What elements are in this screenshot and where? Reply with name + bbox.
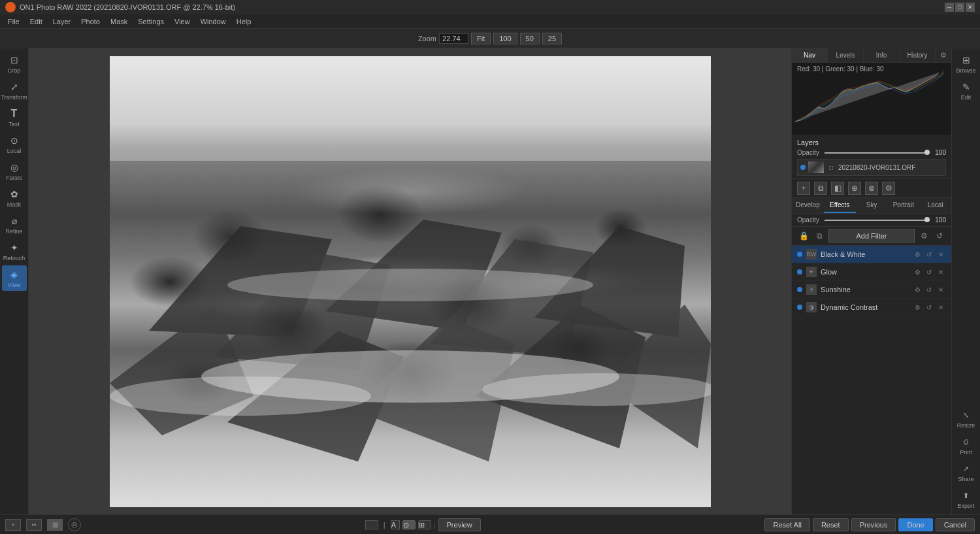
filter-settings-dynamic-contrast[interactable]: ⚙ [912,302,923,312]
filter-name-sunshine: Sunshine [821,286,912,293]
layer-opt2-button[interactable]: ⊗ [865,182,878,195]
filter-dynamic-contrast[interactable]: ◑ Dynamic Contrast ⚙ ↺ ✕ [792,299,951,316]
svg-rect-0 [110,56,711,161]
tool-export[interactable]: ⬆ Export [954,486,979,512]
fit-button[interactable]: Fit [471,33,491,44]
add-filter-button[interactable]: Add Filter [828,229,915,242]
filter-undo-sunshine[interactable]: ↺ [924,284,934,295]
browse-label: Browse [956,67,975,74]
retouch-icon: ✦ [8,241,21,254]
menu-item-settings[interactable]: Settings [133,16,169,27]
layer-visibility-icon[interactable]: □ [826,163,836,172]
tool-mask[interactable]: ✿ Mask [2,185,27,210]
canvas-area[interactable] [29,48,791,514]
tab-portrait[interactable]: Portrait [887,198,919,213]
zoom100-button[interactable]: 100 [493,33,517,44]
view-split-button[interactable]: ▪▪ [26,519,42,531]
layer-row[interactable]: □ 20210820-IVOR0131.ORF [797,159,946,176]
tool-text[interactable]: T Text [2,105,27,130]
reset-all-button[interactable]: Reset All [764,518,809,531]
filter-actions-black-white: ⚙ ↺ ✕ [912,249,946,259]
filter-close-glow[interactable]: ✕ [936,267,946,277]
tool-browse[interactable]: ⊞ Browse [954,51,979,76]
tool-faces[interactable]: ◎ Faces [2,158,27,184]
filter-sunshine[interactable]: ☀ Sunshine ⚙ ↺ ✕ [792,281,951,299]
focus-button[interactable]: ◎ [68,518,81,531]
close-button[interactable]: ✕ [966,3,975,12]
window-controls[interactable]: ─ □ ✕ [945,3,975,12]
effects-opacity-fill [825,220,930,221]
menu-item-file[interactable]: File [3,16,25,27]
tool-view[interactable]: ◈ View [2,265,27,291]
tab-levels[interactable]: Levels [828,48,864,62]
stamp-icon[interactable]: ⊙ [402,520,416,529]
tab-effects[interactable]: Effects [824,198,856,213]
view-multi-button[interactable]: ▦ [47,519,63,531]
zoom50-button[interactable]: 50 [520,33,540,44]
menu-item-photo[interactable]: Photo [76,16,105,27]
tab-develop[interactable]: Develop [792,198,824,213]
filter-dot-glow [797,269,802,275]
layers-opacity-value: 100 [935,149,946,156]
align-icon[interactable]: A [391,520,400,529]
menu-item-mask[interactable]: Mask [105,16,133,27]
tool-local[interactable]: ⊙ Local [2,131,27,157]
tool-edit[interactable]: ✎ Edit [954,78,979,103]
tab-local[interactable]: Local [919,198,951,213]
right-icons-panel: ⊞ Browse ✎ Edit ⤡ Resize ⎙ Print ↗ Share… [951,48,980,514]
tab-sky[interactable]: Sky [856,198,888,213]
tool-resize[interactable]: ⤡ Resize [954,406,979,431]
effects-lock-icon[interactable]: 🔒 [797,229,810,242]
add-filter-settings-icon[interactable]: ⚙ [917,229,930,242]
filter-glow[interactable]: ✦ Glow ⚙ ↺ ✕ [792,263,951,281]
tool-retouch[interactable]: ✦ Retouch [2,239,27,264]
done-button[interactable]: Done [898,518,932,531]
menu-item-window[interactable]: Window [195,16,231,27]
panel-settings-icon[interactable]: ⚙ [936,48,951,62]
refine-icon: ⌀ [8,214,21,227]
menu-item-help[interactable]: Help [231,16,257,27]
view-mode-1[interactable] [365,520,378,529]
duplicate-layer-button[interactable]: ⧉ [814,182,827,195]
preview-button[interactable]: Preview [438,518,481,531]
tab-history[interactable]: History [900,48,936,62]
minimize-button[interactable]: ─ [945,3,954,12]
filter-black-white[interactable]: BW Black & White ⚙ ↺ ✕ [792,246,951,263]
tool-share[interactable]: ↗ Share [954,459,979,485]
tab-info[interactable]: Info [864,48,900,62]
filter-settings-sunshine[interactable]: ⚙ [912,284,923,295]
menu-item-view[interactable]: View [169,16,195,27]
effects-opacity-slider[interactable] [825,220,930,221]
zoom-input[interactable] [439,33,468,44]
filter-undo-glow[interactable]: ↺ [924,267,934,277]
filter-undo-black-white[interactable]: ↺ [924,249,934,259]
effects-copy-icon[interactable]: ⧉ [813,229,826,242]
tool-print[interactable]: ⎙ Print [954,433,979,458]
tool-refine[interactable]: ⌀ Refine [2,212,27,237]
reset-button[interactable]: Reset [813,518,849,531]
maximize-button[interactable]: □ [955,3,964,12]
menu-item-edit[interactable]: Edit [25,16,48,27]
filter-close-sunshine[interactable]: ✕ [936,284,946,295]
tool-transform[interactable]: ⤢ Transform [2,78,27,103]
filter-settings-glow[interactable]: ⚙ [912,267,923,277]
filter-close-black-white[interactable]: ✕ [936,249,946,259]
zoom25-button[interactable]: 25 [542,33,562,44]
add-filter-reset-icon[interactable]: ↺ [933,229,946,242]
filter-undo-dynamic-contrast[interactable]: ↺ [924,302,934,312]
view-single-button[interactable]: ▪ [5,519,21,531]
mask-layer-button[interactable]: ◧ [831,182,844,195]
add-layer-button[interactable]: + [797,182,810,195]
filter-settings-black-white[interactable]: ⚙ [912,249,923,259]
menu-item-layer[interactable]: Layer [48,16,76,27]
layer-dot [800,165,806,170]
tab-nav[interactable]: Nav [792,48,828,62]
layers-opacity-slider[interactable] [825,152,930,154]
filter-close-dynamic-contrast[interactable]: ✕ [936,302,946,312]
tool-crop[interactable]: ⊡ Crop [2,51,27,76]
layer-settings-button[interactable]: ⚙ [882,182,895,195]
grid-icon[interactable]: ⊞ [418,520,431,529]
previous-button[interactable]: Previous [851,518,896,531]
merge-layer-button[interactable]: ⊕ [848,182,861,195]
cancel-button[interactable]: Cancel [936,518,975,531]
